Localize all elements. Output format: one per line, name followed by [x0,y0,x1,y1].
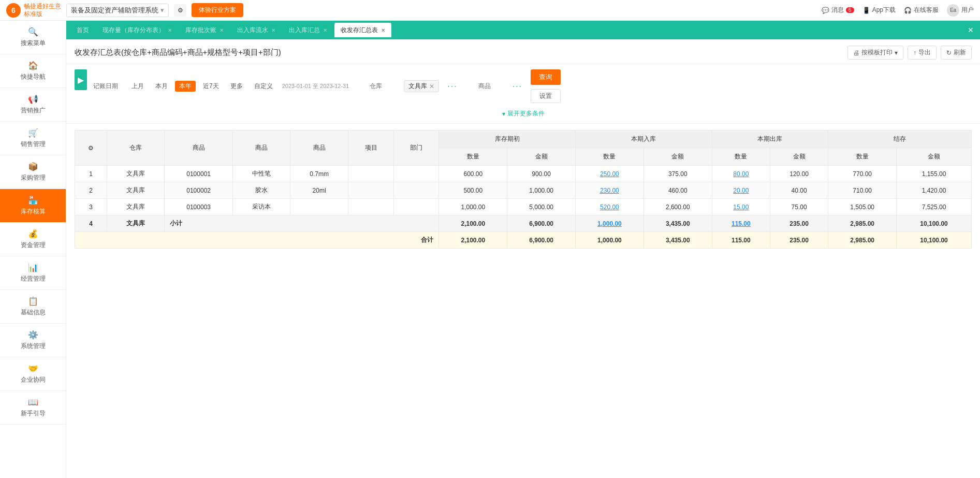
total-label: 合计 [75,232,439,249]
close-all-tabs-button[interactable]: ✕ [968,26,974,34]
app-title: 装备及固定资产辅助管理系统 ▾ [66,4,169,17]
collapse-filter-button[interactable]: ▶ [75,69,87,90]
user-menu[interactable]: Ea 用户 [947,4,974,17]
date-btn-more[interactable]: 更多 [226,81,247,92]
system-icon: ⚙️ [28,330,38,340]
date-btn-this-month[interactable]: 本月 [151,81,172,92]
col-in-qty: 数量 [576,148,644,166]
sidebar-item-operations[interactable]: 📊 经营管理 [0,256,66,290]
enterprise-icon: 🤝 [28,364,38,373]
content-area: 首页 现存量（库存分布表） ✕ 库存批次账 ✕ 出入库流水 ✕ 出入库汇总 ✕ … [66,21,980,478]
total-out-amt: 235.00 [770,232,828,249]
sidebar-item-marketing[interactable]: 📢 营销推广 [0,88,66,122]
guide-icon: 📖 [28,397,38,407]
sidebar-item-enterprise[interactable]: 🤝 企业协同 [0,357,66,391]
tab-close-inventory-dist[interactable]: ✕ [168,27,172,33]
filter-bar: ▶ 记账日期 上月 本月 本年 近7天 更多 自定义 2023-01- [66,64,980,124]
goods-more-button[interactable]: ··· [513,82,522,91]
total-in-amt: 3,435.00 [643,232,712,249]
logo-area: 6 畅捷通好生意 标准版 [6,3,61,18]
col-settings[interactable]: ⚙ [75,131,107,166]
logo-text: 畅捷通好生意 标准版 [24,3,61,18]
avatar: Ea [947,4,959,17]
search-icon: 🔍 [28,27,38,37]
tab-close-batch-ledger[interactable]: ✕ [220,27,224,33]
query-button[interactable]: 查询 [531,69,561,85]
sidebar-item-search[interactable]: 🔍 搜索菜单 [0,21,66,54]
expand-filter-button[interactable]: ▾ 展开更多条件 [502,109,545,118]
sidebar-item-basic[interactable]: 📋 基础信息 [0,290,66,324]
tab-recv-summary[interactable]: 收发存汇总表 ✕ [334,23,391,37]
tab-inventory-dist[interactable]: 现存量（库存分布表） ✕ [96,23,178,37]
col-warehouse: 仓库 [107,131,165,166]
sidebar-item-inventory[interactable]: 🏪 库存核算 [0,189,66,223]
col-closing-amt: 金额 [897,148,972,166]
export-icon: ↑ [913,49,916,56]
col-opening-amt: 金额 [507,148,576,166]
chevron-down-icon: ▾ [502,110,505,118]
col-group-closing: 结存 [828,131,972,148]
sidebar-item-system[interactable]: ⚙️ 系统管理 [0,324,66,357]
purchase-icon: 📦 [28,162,38,171]
table-row: 3 文具库 0100003 采访本 1,000.00 5,000.00 520.… [75,199,972,215]
table-row: 1 文具库 0100001 中性笔 0.7mm 600.00 900.00 25… [75,166,972,182]
col-group-out: 本期出库 [712,131,828,148]
total-opening-amt: 6,900.00 [507,232,576,249]
date-filter-label: 记账日期 [93,82,119,91]
col-closing-qty: 数量 [828,148,897,166]
tab-close-recv-summary[interactable]: ✕ [381,27,385,33]
date-btn-prev-month[interactable]: 上月 [127,81,148,92]
tab-inout-flow[interactable]: 出入库流水 ✕ [231,23,282,37]
col-group-in: 本期入库 [576,131,712,148]
main-layout: 🔍 搜索菜单 🏠 快捷导航 📢 营销推广 🛒 销售管理 📦 采购管理 🏪 库存核… [0,21,980,478]
col-goods-code: 商品 [165,131,233,166]
export-button[interactable]: ↑ 导出 [908,46,937,60]
messages-badge: 6 [846,7,854,13]
date-btn-this-year[interactable]: 本年 [175,81,196,92]
header-left: 6 畅捷通好生意 标准版 装备及固定资产辅助管理系统 ▾ ⚙ 体验行业方案 [6,3,243,18]
date-options: 上月 本月 本年 近7天 更多 自定义 2023-01-01 至 2023-12… [127,81,349,92]
tab-home[interactable]: 首页 [70,23,95,37]
settings-button[interactable]: 设置 [531,89,561,103]
subtotal-row: 4 文具库 小计 2,100.00 6,900.00 1,000.00 3,43… [75,215,972,232]
operations-icon: 📊 [28,263,38,272]
sidebar-item-finance[interactable]: 💰 资金管理 [0,223,66,256]
date-btn-7days[interactable]: 近7天 [199,81,223,92]
tab-batch-ledger[interactable]: 库存批次账 ✕ [179,23,230,37]
finance-icon: 💰 [28,229,38,239]
page-title: 收发存汇总表(按仓库+商品编码+商品+规格型号+项目+部门) [75,48,281,57]
col-opening-qty: 数量 [439,148,507,166]
header-right: 💬 消息 6 📱 App下载 🎧 在线客服 Ea 用户 [822,4,974,17]
app-download-button[interactable]: 📱 App下载 [862,6,896,15]
tab-close-inout-flow[interactable]: ✕ [271,27,275,33]
total-closing-qty: 2,985.00 [828,232,897,249]
goods-filter-label: 商品 [478,82,504,91]
sidebar-item-sales[interactable]: 🛒 销售管理 [0,122,66,155]
settings-icon[interactable]: ⚙ [174,4,186,17]
sidebar-item-guide[interactable]: 📖 新手引导 [0,391,66,425]
inventory-icon: 🏪 [28,195,38,205]
tab-close-inout-summary[interactable]: ✕ [323,27,327,33]
sidebar-item-quick[interactable]: 🏠 快捷导航 [0,54,66,88]
title-actions: 🖨 按模板打印 ▾ ↑ 导出 ↻ 刷新 [847,46,972,60]
date-btn-custom[interactable]: 自定义 [250,81,277,92]
sidebar-item-purchase[interactable]: 📦 采购管理 [0,155,66,189]
table-settings-icon[interactable]: ⚙ [88,144,94,152]
col-out-amt: 金额 [770,148,828,166]
messages-button[interactable]: 💬 消息 6 [822,6,854,15]
warehouse-more-button[interactable]: ··· [447,82,457,91]
col-project: 项目 [348,131,394,166]
refresh-button[interactable]: ↻ 刷新 [941,46,972,60]
basic-icon: 📋 [28,296,38,306]
filter-row-date: 记账日期 上月 本月 本年 近7天 更多 自定义 2023-01-01 至 20… [93,69,561,103]
try-button[interactable]: 体验行业方案 [192,3,243,17]
col-group-opening: 库存期初 [439,131,576,148]
top-header: 6 畅捷通好生意 标准版 装备及固定资产辅助管理系统 ▾ ⚙ 体验行业方案 💬 … [0,0,980,21]
tab-inout-summary[interactable]: 出入库汇总 ✕ [283,23,333,37]
page-title-bar: 收发存汇总表(按仓库+商品编码+商品+规格型号+项目+部门) 🖨 按模板打印 ▾… [66,39,980,64]
print-button[interactable]: 🖨 按模板打印 ▾ [847,46,903,60]
warehouse-tag-close[interactable]: ✕ [429,83,434,90]
online-service-button[interactable]: 🎧 在线客服 [904,6,939,15]
total-out-qty: 115.00 [712,232,770,249]
data-table: ⚙ 仓库 商品 商品 商品 项目 部门 库存期初 本期入库 本期出库 结存 [75,130,972,249]
